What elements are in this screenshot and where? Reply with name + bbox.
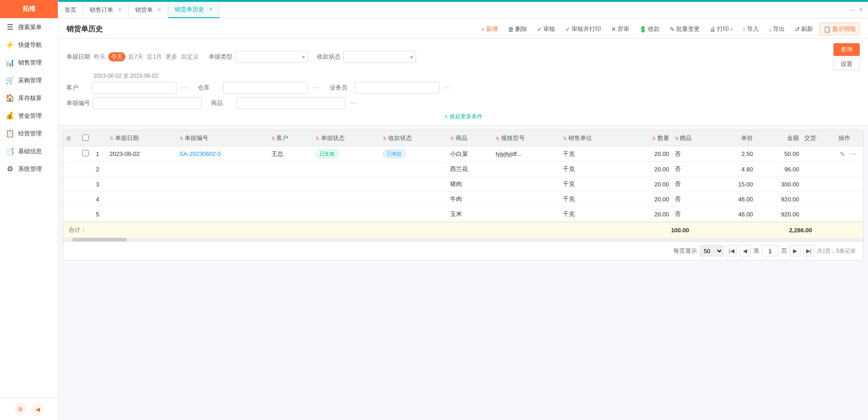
col-doc-status[interactable]: ⇅ 单据状态	[313, 130, 380, 146]
table-scrollbar[interactable]	[63, 238, 863, 241]
col-goods[interactable]: ⇅ 商品	[447, 130, 493, 146]
tab-sales-history-label: 销货单历史	[175, 5, 204, 14]
col-amount: 金额	[756, 130, 802, 146]
pay-status-select[interactable]	[343, 51, 416, 63]
tab-sales-order[interactable]: 销售订单 ✕	[83, 2, 129, 18]
cell-pay-status-3	[380, 177, 447, 192]
page-number-input[interactable]	[762, 245, 778, 256]
sidebar-item-inventory[interactable]: 🏠 库存核算	[0, 89, 58, 107]
tab-sales-goods-close[interactable]: ✕	[157, 7, 161, 13]
toolbar: + 新增 🗑 删除 ✓ 审核 ✓ 审核并打印	[477, 23, 860, 35]
page-next-btn[interactable]: ▶	[790, 245, 801, 256]
customer-sort-icon: ⇅	[271, 136, 275, 141]
goods-input[interactable]	[236, 97, 346, 109]
new-button[interactable]: + 新增	[477, 23, 502, 35]
select-all-checkbox[interactable]	[82, 135, 89, 141]
col-date[interactable]: ⇅ 单据日期	[107, 130, 177, 146]
table-row: 5 玉米 千克 20.00 否 46.00 920.00	[63, 207, 863, 222]
window-close-btn[interactable]: ✕	[858, 6, 863, 13]
date-more[interactable]: 更多	[165, 53, 178, 61]
cell-doc-no-1[interactable]: SA-20230602-0	[177, 146, 269, 162]
cell-goods-3: 猪肉	[447, 177, 493, 192]
page-first-btn[interactable]: |◀	[726, 245, 737, 256]
show-detail-button[interactable]: 📋 显示明细	[819, 23, 860, 35]
collapse-more-conditions[interactable]: ∧ 收起更多条件	[66, 113, 860, 120]
page-prev-btn[interactable]: ◀	[740, 245, 751, 256]
salesperson-ellipsis[interactable]: ···	[442, 84, 452, 92]
date-range-text: 2023-06-02 至 2023-06-02	[94, 72, 158, 80]
audit-button[interactable]: ✓ 审核	[533, 23, 559, 35]
cell-doc-status-2	[313, 162, 380, 177]
tab-sales-history[interactable]: 销货单历史 ✕	[168, 2, 220, 18]
col-doc-no[interactable]: ⇅ 单据编号	[177, 130, 269, 146]
export-button[interactable]: ↓ 导出	[765, 23, 789, 35]
customer-input[interactable]	[92, 82, 176, 94]
salesperson-input[interactable]	[355, 82, 440, 94]
sidebar-item-quick-nav[interactable]: ⚡ 快捷导航	[0, 36, 58, 54]
warehouse-input[interactable]	[223, 82, 308, 94]
col-unit[interactable]: ⇅ 销售单位	[560, 130, 627, 146]
sidebar-settings-btn[interactable]: ⚙	[14, 403, 27, 415]
filter-setting-button[interactable]: 设置	[833, 58, 860, 70]
sidebar-item-operations[interactable]: 📋 经营管理	[0, 125, 58, 142]
date-7days[interactable]: 近7天	[127, 53, 144, 61]
col-settings[interactable]: ⚙	[63, 130, 80, 146]
tab-home[interactable]: 首页	[58, 2, 83, 18]
sidebar-item-sys-mgmt[interactable]: ⚙ 系统管理	[0, 160, 58, 178]
cell-gift-5: 否	[672, 207, 716, 222]
row-1-edit-icon[interactable]: ✎	[838, 150, 847, 158]
goods-ellipsis[interactable]: ···	[348, 99, 358, 107]
window-minimize-btn[interactable]: —	[850, 6, 856, 13]
warehouse-ellipsis[interactable]: ···	[311, 84, 320, 92]
sidebar-item-base-info[interactable]: 📑 基础信息	[0, 142, 58, 160]
sidebar-item-purchase-mgmt[interactable]: 🛒 采购管理	[0, 71, 58, 89]
cell-date-1: 2023-06-02	[107, 146, 177, 162]
query-button[interactable]: 查询	[833, 43, 860, 56]
sidebar-item-label: 快捷导航	[18, 41, 42, 49]
tab-sales-order-close[interactable]: ✕	[118, 7, 122, 13]
col-qty[interactable]: ⇅ 数量	[627, 130, 672, 146]
cell-spec-4	[493, 192, 560, 207]
print-button[interactable]: 🖨 打印 ▾	[706, 23, 736, 35]
sidebar-item-finance[interactable]: 💰 资金管理	[0, 107, 58, 125]
sidebar-item-sales-mgmt[interactable]: 📊 销售管理	[0, 54, 58, 71]
page-last-btn[interactable]: ▶|	[803, 245, 814, 256]
date-custom[interactable]: 自定义	[180, 53, 200, 61]
import-button[interactable]: ↑ 导入	[739, 23, 763, 35]
collect-button[interactable]: 💲 收款	[636, 23, 663, 35]
refresh-button[interactable]: ↺ 刷新	[791, 23, 817, 35]
date-yesterday[interactable]: 昨天	[93, 53, 106, 61]
page-size-label: 每页显示	[673, 247, 697, 255]
col-unit-price: 单价	[716, 130, 756, 146]
batch-change-button[interactable]: ✎ 批量变更	[666, 23, 703, 35]
col-pay-status[interactable]: ⇅ 收款状态	[380, 130, 447, 146]
sidebar-item-label: 库存核算	[18, 94, 42, 102]
cell-op-4	[836, 192, 863, 207]
abandon-button[interactable]: ✕ 弃审	[607, 23, 633, 35]
cell-unit-5: 千克	[560, 207, 627, 222]
col-spec[interactable]: ⇅ 规格型号	[493, 130, 560, 146]
cell-rowno-2: 2	[93, 162, 107, 177]
col-customer[interactable]: ⇅ 客户	[269, 130, 313, 146]
date-today[interactable]: 今天	[108, 52, 125, 61]
row-1-checkbox[interactable]	[82, 150, 89, 156]
cell-gift-3: 否	[672, 177, 716, 192]
audit-print-button[interactable]: ✓ 审核并打印	[562, 23, 605, 35]
doc-no-input[interactable]	[93, 97, 202, 109]
cell-unit-3: 千克	[560, 177, 627, 192]
row-1-more-icon[interactable]: ⋯	[848, 150, 858, 158]
pay-status-filter-group: 收款状态	[317, 51, 416, 63]
cell-unit-1: 千克	[560, 146, 627, 162]
sidebar-collapse-btn[interactable]: ◀	[31, 403, 44, 415]
sidebar-item-search-menu[interactable]: ☰ 搜索菜单	[0, 18, 58, 36]
tab-sales-history-close[interactable]: ✕	[209, 6, 213, 12]
table-settings-icon[interactable]: ⚙	[66, 135, 71, 142]
page-size-select[interactable]: 50 100 200	[700, 245, 723, 256]
customer-ellipsis[interactable]: ···	[179, 84, 189, 92]
delete-button[interactable]: 🗑 删除	[504, 23, 531, 35]
doc-type-select[interactable]	[235, 51, 308, 63]
cell-uprice-4: 46.00	[716, 192, 756, 207]
tab-sales-goods[interactable]: 销货单 ✕	[129, 2, 168, 18]
date-1month[interactable]: 近1月	[146, 53, 163, 61]
col-gift[interactable]: ⇅ 赠品	[672, 130, 716, 146]
